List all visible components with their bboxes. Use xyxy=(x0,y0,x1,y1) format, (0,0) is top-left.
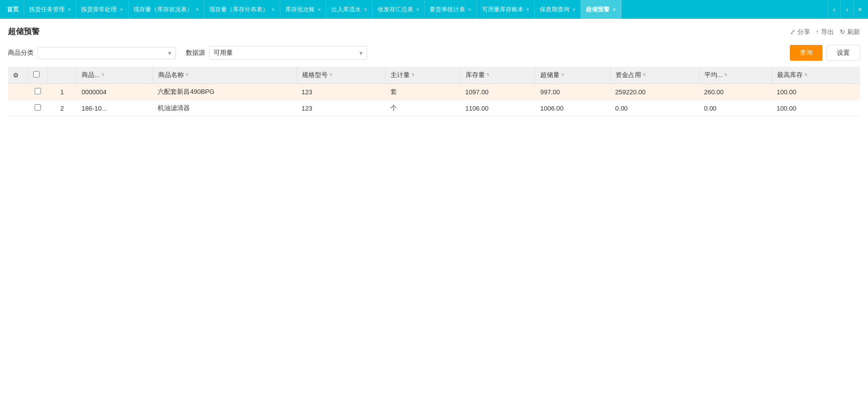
th-capital[interactable]: 资金占用 ⇅ xyxy=(610,67,699,84)
row1-number: 1 xyxy=(47,84,77,100)
row2-max-inventory: 100.00 xyxy=(772,100,860,117)
sort-spec[interactable]: 规格型号 ⇅ xyxy=(302,71,333,79)
category-select[interactable]: ▾ xyxy=(38,47,176,59)
row1-spec: 123 xyxy=(297,84,386,100)
row1-avg: 260.00 xyxy=(699,84,772,100)
nav-tab-quality-period[interactable]: 保质期查询 × xyxy=(535,0,581,19)
refresh-button[interactable]: ↻ 刷新 xyxy=(840,28,860,37)
row1-checkbox[interactable] xyxy=(35,88,41,94)
th-spec[interactable]: 规格型号 ⇅ xyxy=(297,67,386,84)
row1-unit: 套 xyxy=(386,84,461,100)
datasource-select-value: 可用量 xyxy=(214,48,233,57)
datasource-filter-label: 数据源 xyxy=(186,48,205,57)
close-inventory-batch-icon[interactable]: × xyxy=(318,6,321,12)
th-checkbox xyxy=(28,67,47,84)
sort-overstock-icon: ⇅ xyxy=(561,73,564,77)
nav-arrow-right[interactable]: › xyxy=(840,0,853,19)
nav-tab-collect-summary[interactable]: 收发存汇总表 × xyxy=(373,0,425,19)
query-button[interactable]: 查询 xyxy=(790,45,823,61)
nav-tab-abnormal[interactable]: 拣货异常处理 × xyxy=(76,0,128,19)
th-overstock-label: 超储量 xyxy=(540,71,560,79)
collect-summary-label: 收发存汇总表 xyxy=(378,5,413,14)
share-button[interactable]: ⤤ 分享 xyxy=(790,28,810,37)
overstock-warning-label: 超储预警 xyxy=(586,5,609,14)
sort-product-code[interactable]: 商品... ⇅ xyxy=(82,71,105,79)
th-gear[interactable]: ⚙ xyxy=(8,67,28,84)
category-dropdown-icon: ▾ xyxy=(168,49,172,57)
th-unit[interactable]: 主计量 ⇅ xyxy=(386,67,461,84)
th-max-inventory[interactable]: 最高库存 ⇅ xyxy=(772,67,860,84)
refresh-label: 刷新 xyxy=(847,28,860,37)
nav-tab-inout-flow[interactable]: 出入库流水 × xyxy=(326,0,372,19)
th-max-inventory-label: 最高库存 xyxy=(777,71,803,79)
share-icon: ⤤ xyxy=(790,28,795,36)
sort-inventory[interactable]: 库存量 ⇅ xyxy=(466,71,490,79)
table-body: 1 0000004 六配套新昌490BPG 123 套 1097.00 997.… xyxy=(8,84,860,117)
close-collect-summary-icon[interactable]: × xyxy=(416,6,419,12)
task-mgmt-label: 拣货任务管理 xyxy=(29,5,65,14)
sort-unit[interactable]: 主计量 ⇅ xyxy=(391,71,415,79)
th-product-code[interactable]: 商品... ⇅ xyxy=(77,67,153,84)
th-overstock[interactable]: 超储量 ⇅ xyxy=(535,67,610,84)
close-available-account-icon[interactable]: × xyxy=(526,6,529,12)
table-header-row: ⚙ 商品... ⇅ 商品名称 ⇅ xyxy=(8,67,860,84)
top-nav: 首页 拣货任务管理 × 拣货异常处理 × 现存量（库存状况表） × 现存量（库存… xyxy=(0,0,868,19)
table-header: ⚙ 商品... ⇅ 商品名称 ⇅ xyxy=(8,67,860,84)
settings-button[interactable]: 设置 xyxy=(826,45,860,61)
sort-capital[interactable]: 资金占用 ⇅ xyxy=(615,71,646,79)
nav-tab-order-stats[interactable]: 要货单统计表 × xyxy=(425,0,477,19)
row1-overstock: 997.00 xyxy=(535,84,610,100)
close-task-mgmt-icon[interactable]: × xyxy=(68,6,71,12)
sort-avg[interactable]: 平均... ⇅ xyxy=(704,71,728,79)
nav-tab-inventory-batch[interactable]: 库存批次账 × xyxy=(280,0,326,19)
nav-tab-inventory-status[interactable]: 现存量（库存状况表） × xyxy=(129,0,204,19)
row1-max-inventory: 100.00 xyxy=(772,84,860,100)
th-product-name[interactable]: 商品名称 ⇅ xyxy=(153,67,297,84)
row1-gear-cell xyxy=(8,84,28,100)
export-icon: ↑ xyxy=(816,28,820,36)
close-inventory-status-icon[interactable]: × xyxy=(196,6,199,12)
th-capital-label: 资金占用 xyxy=(615,71,641,79)
close-order-stats-icon[interactable]: × xyxy=(468,6,471,12)
row1-product-code: 0000004 xyxy=(77,84,153,100)
filter-row: 商品分类 ▾ 数据源 可用量 ▾ 查询 设置 xyxy=(8,45,860,61)
category-filter-item: 商品分类 ▾ xyxy=(8,47,176,59)
nav-arrow-close[interactable]: × xyxy=(853,0,866,19)
header-actions: ⤤ 分享 ↑ 导出 ↻ 刷新 xyxy=(790,28,861,37)
close-abnormal-icon[interactable]: × xyxy=(120,6,123,12)
sort-unit-icon: ⇅ xyxy=(411,73,415,77)
page-container: 超储预警 ⤤ 分享 ↑ 导出 ↻ 刷新 商品分类 ▾ 数据源 xyxy=(0,19,868,395)
select-all-checkbox[interactable] xyxy=(33,71,40,78)
datasource-select[interactable]: 可用量 ▾ xyxy=(209,46,367,60)
nav-tab-home[interactable]: 首页 xyxy=(2,0,24,19)
th-avg[interactable]: 平均... ⇅ xyxy=(699,67,772,84)
close-overstock-warning-icon[interactable]: × xyxy=(612,6,615,12)
close-quality-period-icon[interactable]: × xyxy=(572,6,575,12)
row2-product-name: 机油滤清器 xyxy=(153,100,297,117)
close-inout-flow-icon[interactable]: × xyxy=(364,6,367,12)
refresh-icon: ↻ xyxy=(840,28,845,36)
th-inventory[interactable]: 库存量 ⇅ xyxy=(460,67,535,84)
page-title: 超储预警 xyxy=(8,27,40,37)
sort-max-inventory[interactable]: 最高库存 ⇅ xyxy=(777,71,808,79)
th-row-number xyxy=(47,67,77,84)
row2-checkbox[interactable] xyxy=(35,104,41,111)
sort-product-name[interactable]: 商品名称 ⇅ xyxy=(158,71,189,79)
inventory-batch-label: 库存批次账 xyxy=(285,5,315,14)
abnormal-label: 拣货异常处理 xyxy=(81,5,117,14)
nav-tab-task-mgmt[interactable]: 拣货任务管理 × xyxy=(24,0,76,19)
row2-capital: 0.00 xyxy=(610,100,699,117)
sort-overstock[interactable]: 超储量 ⇅ xyxy=(540,71,564,79)
export-button[interactable]: ↑ 导出 xyxy=(816,28,834,37)
close-inventory-dist-icon[interactable]: × xyxy=(271,6,274,12)
nav-tab-available-account[interactable]: 可用量库存账本 × xyxy=(477,0,535,19)
sort-product-code-icon: ⇅ xyxy=(101,73,105,77)
row1-capital: 259220.00 xyxy=(610,84,699,100)
row2-number: 2 xyxy=(47,100,77,117)
export-label: 导出 xyxy=(821,28,834,37)
sort-max-inventory-icon: ⇅ xyxy=(804,73,808,77)
nav-tab-overstock-warning[interactable]: 超储预警 × xyxy=(581,0,621,19)
nav-arrow-left[interactable]: ‹ xyxy=(827,0,840,19)
datasource-filter-item: 数据源 可用量 ▾ xyxy=(186,46,367,60)
nav-tab-inventory-dist[interactable]: 现存量（库存分布表） × xyxy=(204,0,280,19)
